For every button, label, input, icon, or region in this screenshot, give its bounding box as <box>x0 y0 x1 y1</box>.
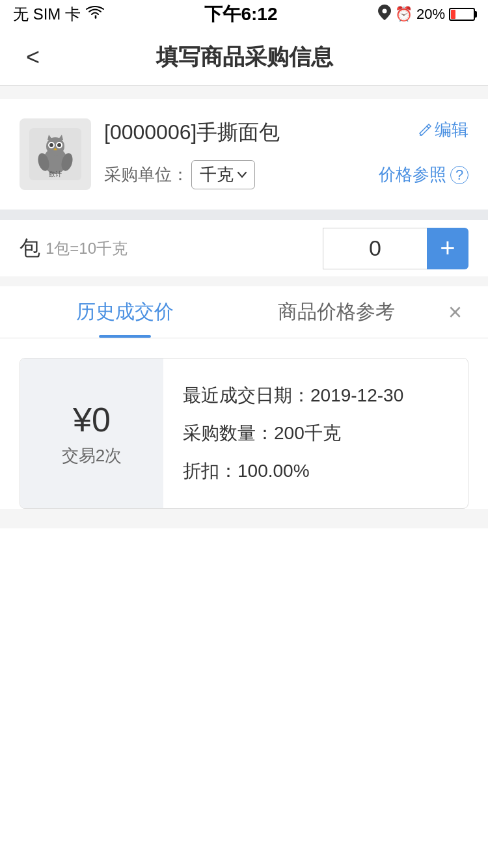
discount-value: 100.00% <box>237 461 310 481</box>
quantity-label: 包 <box>20 234 40 263</box>
purchase-qty-value: 200千克 <box>274 423 341 443</box>
quantity-input[interactable] <box>323 228 427 269</box>
chevron-down-icon <box>237 172 247 178</box>
price-ref-link[interactable]: 价格参照 ? <box>379 163 468 186</box>
product-header: [0000006]手撕面包 编辑 <box>104 118 468 147</box>
status-time: 下午6:12 <box>204 2 277 27</box>
tab-active-indicator <box>99 335 151 338</box>
page-title: 填写商品采购信息 <box>59 42 429 72</box>
unit-selector[interactable]: 千克 <box>191 160 255 189</box>
tab-product-price-label: 商品价格参考 <box>278 299 395 325</box>
price-ref-question-icon: ? <box>450 166 468 184</box>
divider-strip <box>0 210 488 220</box>
location-icon <box>378 5 391 24</box>
svg-point-6 <box>49 143 53 147</box>
tab-history-price-label: 历史成交价 <box>76 299 174 325</box>
purchase-qty-row: 采购数量：200千克 <box>183 420 448 447</box>
price-ref-label: 价格参照 <box>379 163 446 186</box>
tab-close-button[interactable]: × <box>442 292 468 332</box>
status-bar: 无 SIM 卡 下午6:12 ⏰ 20% <box>0 0 488 29</box>
quantity-row: 包 1包=10千克 + <box>0 220 488 277</box>
edit-link[interactable]: 编辑 <box>418 118 468 141</box>
wifi-icon <box>86 5 104 23</box>
svg-point-0 <box>382 9 386 14</box>
svg-text:数计: 数计 <box>49 170 62 178</box>
product-card: 数计 [0000006]手撕面包 编辑 采购单位： 千克 <box>0 99 488 210</box>
back-button[interactable]: < <box>20 37 46 77</box>
bottom-space <box>0 528 488 868</box>
unit-label-group: 采购单位： 千克 <box>104 160 255 189</box>
product-image: 数计 <box>20 118 91 190</box>
discount-row: 折扣：100.00% <box>183 457 448 485</box>
price-card-left: ¥0 交易2次 <box>20 359 163 508</box>
alarm-icon: ⏰ <box>395 6 413 23</box>
recent-date-row: 最近成交日期：2019-12-30 <box>183 382 448 409</box>
carrier-text: 无 SIM 卡 <box>13 4 81 25</box>
status-left: 无 SIM 卡 <box>13 4 104 25</box>
battery-icon <box>449 8 475 21</box>
tab-history-price[interactable]: 历史成交价 <box>20 286 230 338</box>
tab-bar: 历史成交价 商品价格参考 × <box>0 286 488 338</box>
tab-product-price[interactable]: 商品价格参考 <box>230 286 441 338</box>
tab-section: 历史成交价 商品价格参考 × ¥0 交易2次 最近成交日期：2019-12-30… <box>0 286 488 509</box>
product-unit-row: 采购单位： 千克 价格参照 ? <box>104 160 468 189</box>
price-card: ¥0 交易2次 最近成交日期：2019-12-30 采购数量：200千克 折扣：… <box>20 358 468 509</box>
price-amount: ¥0 <box>73 400 111 439</box>
battery-percent: 20% <box>416 6 445 23</box>
unit-value: 千克 <box>200 163 234 186</box>
svg-point-7 <box>57 143 61 147</box>
product-name: [0000006]手撕面包 <box>104 118 280 147</box>
edit-icon <box>418 123 432 137</box>
discount-label: 折扣： <box>183 461 237 481</box>
edit-label: 编辑 <box>435 118 468 141</box>
recent-date-label: 最近成交日期： <box>183 385 310 405</box>
status-right: ⏰ 20% <box>378 5 475 24</box>
product-info: [0000006]手撕面包 编辑 采购单位： 千克 <box>104 118 468 189</box>
recent-date-value: 2019-12-30 <box>310 385 403 405</box>
unit-label: 采购单位： <box>104 165 189 184</box>
product-thumbnail: 数计 <box>29 128 81 180</box>
quantity-input-area: + <box>323 228 468 269</box>
nav-bar: < 填写商品采购信息 <box>0 29 488 86</box>
price-transactions: 交易2次 <box>62 444 122 467</box>
unit-conversion-hint: 1包=10千克 <box>46 238 128 259</box>
purchase-qty-label: 采购数量： <box>183 423 274 443</box>
quantity-plus-button[interactable]: + <box>427 228 468 269</box>
price-card-right: 最近成交日期：2019-12-30 采购数量：200千克 折扣：100.00% <box>163 359 468 508</box>
